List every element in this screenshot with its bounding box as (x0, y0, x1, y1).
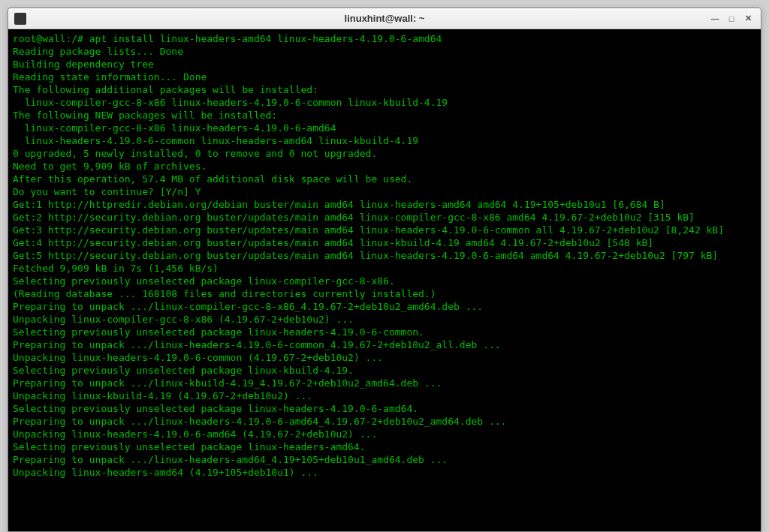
output-line: The following NEW packages will be insta… (13, 110, 277, 121)
output-line: linux-compiler-gcc-8-x86 linux-headers-4… (13, 97, 448, 108)
output-line: Get:2 http://security.debian.org buster/… (13, 212, 695, 223)
output-line: Preparing to unpack .../linux-headers-am… (13, 454, 448, 465)
output-line: linux-compiler-gcc-8-x86 linux-headers-4… (13, 122, 336, 134)
close-button[interactable]: ✕ (741, 12, 755, 26)
output-line: linux-headers-4.19.0-6-common linux-head… (13, 135, 418, 146)
output-line: Preparing to unpack .../linux-kbuild-4.1… (13, 377, 442, 389)
output-line: Preparing to unpack .../linux-compiler-g… (13, 301, 483, 312)
output-line: Need to get 9,909 kB of archives. (13, 161, 207, 172)
output-line: Reading package lists... Done (13, 46, 183, 57)
output-line: Unpacking linux-kbuild-4.19 (4.19.67-2+d… (13, 390, 312, 401)
prompt: root@wall:/# (13, 33, 83, 44)
output-line: Selecting previously unselected package … (13, 326, 424, 338)
output-line: Do you want to continue? [Y/n] Y (13, 186, 201, 197)
output-line: The following additional packages will b… (13, 84, 318, 95)
output-line: Unpacking linux-headers-4.19.0-6-amd64 (… (13, 428, 377, 440)
output-line: Unpacking linux-headers-amd64 (4.19+105+… (13, 467, 318, 478)
output-line: Unpacking linux-compiler-gcc-8-x86 (4.19… (13, 314, 354, 325)
output-line: Preparing to unpack .../linux-headers-4.… (13, 416, 506, 427)
terminal-window: linuxhint@wall: ~ — □ ✕ root@wall:/# apt… (8, 8, 761, 532)
output-line: Selecting previously unselected package … (13, 275, 395, 287)
output-line: Get:1 http://httpredir.debian.org/debian… (13, 199, 665, 210)
output-line: Reading state information... Done (13, 71, 207, 83)
maximize-button[interactable]: □ (725, 12, 738, 26)
output-line: Unpacking linux-headers-4.19.0-6-common … (13, 352, 383, 363)
output-line: After this operation, 57.4 MB of additio… (13, 173, 412, 185)
output-line: Building dependency tree (13, 59, 154, 70)
output-line: Get:5 http://security.debian.org buster/… (13, 250, 718, 261)
command-text: apt install linux-headers-amd64 linux-he… (89, 33, 442, 44)
titlebar[interactable]: linuxhint@wall: ~ — □ ✕ (8, 8, 761, 29)
output-line: Fetched 9,909 kB in 7s (1,456 kB/s) (13, 263, 219, 274)
terminal-app-icon (14, 13, 26, 25)
terminal-output[interactable]: root@wall:/# apt install linux-headers-a… (8, 29, 761, 531)
output-line: Preparing to unpack .../linux-headers-4.… (13, 339, 501, 350)
output-line: Get:4 http://security.debian.org buster/… (13, 237, 653, 248)
output-line: (Reading database ... 168108 files and d… (13, 288, 436, 299)
output-line: 0 upgraded, 5 newly installed, 0 to remo… (13, 148, 377, 159)
output-line: Selecting previously unselected package … (13, 365, 354, 376)
output-line: Selecting previously unselected package … (13, 441, 366, 452)
window-title: linuxhint@wall: ~ (345, 13, 425, 24)
output-line: Get:3 http://security.debian.org buster/… (13, 224, 724, 236)
minimize-button[interactable]: — (708, 12, 722, 26)
output-line: Selecting previously unselected package … (13, 403, 418, 414)
